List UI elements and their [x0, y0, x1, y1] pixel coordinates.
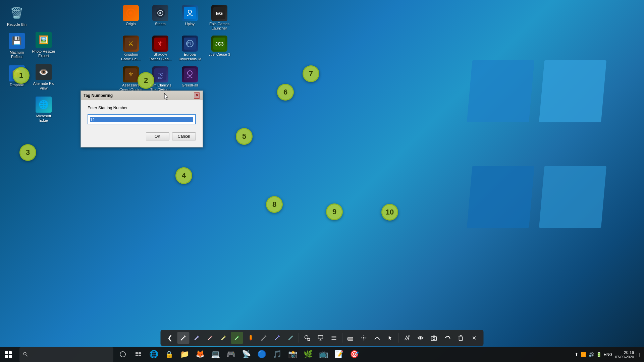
taskbar-computer[interactable]: 💻: [208, 347, 223, 362]
svg-point-29: [320, 340, 321, 341]
taskbar-app4[interactable]: 🎵: [270, 347, 284, 362]
just-cause-3-icon[interactable]: JC3 Just Cause 3: [206, 34, 233, 63]
recycle-bin-icon[interactable]: 🗑️ Recycle Bin: [3, 3, 30, 28]
pencil5-green-button[interactable]: [231, 332, 243, 344]
steam-icon[interactable]: Steam: [147, 3, 174, 32]
pen3-button[interactable]: [285, 332, 297, 344]
microsoft-edge-icon[interactable]: 🌐 Microsoft Edge: [30, 95, 57, 124]
svg-rect-45: [5, 355, 8, 358]
svg-rect-28: [318, 336, 323, 339]
eraser-button[interactable]: [344, 332, 357, 344]
macrium-label: Macrium Reflect: [5, 50, 29, 59]
taskbar-app7[interactable]: 📺: [316, 347, 331, 362]
taskbar-task-view[interactable]: [131, 347, 146, 362]
svg-point-47: [23, 352, 26, 355]
taskbar-app9[interactable]: 🎯: [347, 347, 362, 362]
pencil2-button[interactable]: [191, 332, 203, 344]
svg-rect-46: [9, 355, 12, 358]
tray-lang[interactable]: ENG: [604, 352, 612, 357]
greedfall-icon[interactable]: GreedFall: [176, 65, 203, 94]
lines-button[interactable]: [401, 332, 413, 344]
marker-button[interactable]: [245, 332, 257, 344]
taskbar-app2[interactable]: 📡: [239, 347, 254, 362]
game-row-2: ⚔ Kingdom Come Del... 🗡 Shadow Tactics B…: [117, 34, 233, 63]
taskbar-app5[interactable]: 📸: [285, 347, 300, 362]
taskbar-explorer[interactable]: 📁: [177, 347, 192, 362]
svg-point-3: [159, 12, 161, 14]
alternate-pic-icon[interactable]: 👁️ Alternate Pic View: [30, 62, 57, 92]
svg-text:JC3: JC3: [215, 41, 224, 47]
svg-rect-39: [431, 337, 437, 341]
svg-rect-43: [5, 351, 8, 354]
taskbar-app3[interactable]: 🔵: [254, 347, 269, 362]
europa-universalis-icon[interactable]: EU Europa Universalis IV: [176, 34, 203, 63]
microsoft-edge-label: Microsoft Edge: [32, 114, 55, 123]
taskbar-lock[interactable]: 🔒: [162, 347, 176, 362]
shadow-tactics-icon[interactable]: 🗡 Shadow Tactics Blad...: [147, 34, 174, 63]
dialog-content: Enter Starting Number OK Cancel: [81, 100, 203, 147]
svg-text:⚔: ⚔: [128, 40, 133, 47]
taskbar-app1[interactable]: 🎮: [223, 347, 238, 362]
pencil3-button[interactable]: [204, 332, 216, 344]
tray-battery[interactable]: 🔋: [596, 352, 602, 357]
taskbar-edge[interactable]: 🌐: [146, 347, 161, 362]
list-button[interactable]: [328, 332, 340, 344]
tray-icon-1[interactable]: ⬆: [575, 352, 579, 357]
windows-logo-bg: [470, 60, 604, 228]
photo-resizer-icon[interactable]: 🖼️ Photo Resizer Expert: [30, 30, 57, 60]
svg-point-25: [261, 340, 263, 341]
close-toolbar-button[interactable]: ✕: [468, 332, 480, 344]
dialog-titlebar: Tag Numbering ✕: [81, 91, 203, 100]
macrium-reflect-icon[interactable]: 💾 Macrium Reflect: [3, 31, 30, 61]
taskbar-search-button[interactable]: [19, 347, 113, 362]
number-circle-7: 7: [303, 65, 319, 82]
shapes1-button[interactable]: [301, 332, 313, 344]
dialog-input-wrapper[interactable]: [88, 114, 196, 124]
ok-button[interactable]: OK: [146, 132, 169, 140]
number-circle-2: 2: [138, 72, 154, 89]
uplay-icon[interactable]: Uplay: [176, 3, 203, 32]
tray-network[interactable]: 📶: [581, 352, 586, 357]
dialog-close-button[interactable]: ✕: [194, 93, 200, 99]
taskbar-items: 🌐 🔒 📁 🦊 💻 🎮 📡 🔵 🎵 📸 🌿 📺 📝 🎯: [17, 347, 571, 362]
arrow-prev-button[interactable]: ❮: [164, 332, 176, 344]
curve-button[interactable]: [371, 332, 383, 344]
starting-number-input[interactable]: [90, 117, 193, 122]
tray-show-desktop[interactable]: |: [637, 353, 640, 357]
pencil4-button[interactable]: [218, 332, 230, 344]
dialog-buttons: OK Cancel: [88, 130, 196, 142]
pen2-button[interactable]: [271, 332, 283, 344]
move-button[interactable]: [358, 332, 370, 344]
tray-volume[interactable]: 🔊: [588, 352, 594, 357]
svg-rect-33: [348, 337, 353, 341]
taskbar-firefox[interactable]: 🦊: [193, 347, 207, 362]
taskbar-app6[interactable]: 🌿: [301, 347, 315, 362]
svg-rect-41: [459, 337, 463, 341]
pen1-button[interactable]: [258, 332, 270, 344]
dialog-title: Tag Numbering: [84, 93, 113, 98]
taskbar-app8[interactable]: 📝: [331, 347, 346, 362]
svg-rect-22: [184, 68, 196, 80]
number-circle-1: 1: [13, 67, 30, 84]
cancel-button[interactable]: Cancel: [172, 132, 196, 140]
taskbar: 🌐 🔒 📁 🦊 💻 🎮 📡 🔵 🎵 📸 🌿 📺 📝 🎯 ⬆ 📶 🔊 🔋 ENG: [0, 347, 644, 362]
camera-button[interactable]: [428, 332, 440, 344]
clock-time: 20:16: [615, 350, 634, 355]
epic-games-icon[interactable]: EG Epic Games Launcher: [206, 3, 233, 32]
eye-button[interactable]: [415, 332, 427, 344]
svg-line-48: [26, 355, 28, 356]
tag-numbering-dialog: Tag Numbering ✕ Enter Starting Number OK…: [80, 90, 203, 147]
start-button[interactable]: [0, 347, 17, 362]
shapes2-button[interactable]: [315, 332, 327, 344]
select-button[interactable]: [385, 332, 397, 344]
taskbar-clock[interactable]: 20:16 07-09-2020: [615, 350, 634, 359]
svg-rect-51: [139, 352, 141, 354]
alternate-pic-label: Alternate Pic View: [32, 81, 55, 90]
taskbar-cortana[interactable]: [115, 347, 130, 362]
kingdom-come-icon[interactable]: ⚔ Kingdom Come Del...: [117, 34, 144, 63]
trash-button[interactable]: [455, 332, 467, 344]
origin-icon[interactable]: Origin: [117, 3, 144, 32]
number-circle-10: 10: [381, 204, 398, 221]
pencil1-button[interactable]: [177, 332, 190, 344]
undo-button[interactable]: [441, 332, 453, 344]
